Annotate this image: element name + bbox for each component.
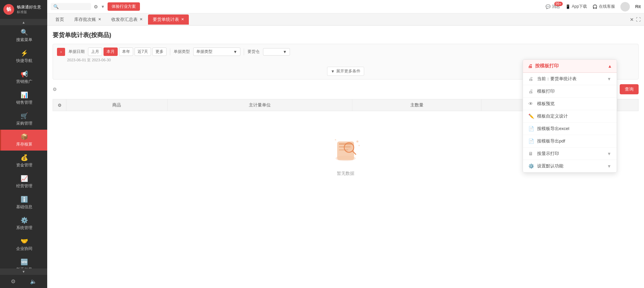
date-btn-更多[interactable]: 更多 [152, 47, 167, 56]
sidebar-item-marketing[interactable]: 📢营销推广 [0, 67, 47, 88]
dropdown-item-template-print[interactable]: 🖨模板打印 [523, 85, 617, 98]
col-2: 主计量单位 [167, 99, 352, 111]
col-3: 主数量 [352, 99, 481, 111]
sidebar-item-finance[interactable]: 💰资金管理 [0, 151, 47, 171]
sidebar-item-sales[interactable]: 📊销售管理 [0, 88, 47, 109]
date-btn-近7天[interactable]: 近7天 [135, 47, 151, 56]
type-placeholder: 单据类型 [196, 49, 212, 55]
close-window-icon[interactable]: ✕ [630, 17, 634, 22]
tab-首页[interactable]: 首页 [51, 14, 69, 25]
app-download-btn[interactable]: 📱 App下载 [565, 4, 587, 9]
sidebar-label-basic: 基础信息 [16, 204, 32, 210]
template-design-label: 模板自定义设计 [537, 113, 568, 119]
tab-库存批次账[interactable]: 库存批次账✕ [69, 14, 106, 25]
sidebar-item-inventory[interactable]: 📦库存核算 [0, 130, 47, 151]
print-dropdown-menu: 🖨 按模板打印 ▲ 🖨 当前：要货单统计表 ▼ 🖨模板打印👁模板预览✏️模板自定… [523, 59, 617, 173]
tab-close-icon[interactable]: ✕ [181, 17, 184, 22]
dropdown-item-export-pdf[interactable]: 📄按模板导出pdf [523, 135, 617, 148]
sidebar-item-collab[interactable]: 🤝企业协同 [0, 234, 47, 255]
purchase-icon: 🛒 [21, 112, 28, 120]
sidebar-label-search: 搜索菜单 [16, 37, 32, 43]
online-service-btn[interactable]: 🎧 在线客服 [592, 4, 615, 9]
svg-point-9 [358, 145, 360, 146]
tab-收发存汇总表[interactable]: 收发存汇总表✕ [107, 14, 147, 25]
filter-divider [170, 49, 170, 55]
maximize-icon[interactable]: ⛶ [636, 17, 641, 22]
search-box[interactable]: 🔍 [51, 3, 91, 10]
tab-label: 收发存汇总表 [111, 17, 138, 23]
tab-要货单统计表[interactable]: 要货单统计表✕ [148, 14, 189, 25]
date-btn-本月[interactable]: 本月 [104, 47, 118, 56]
gear-icon[interactable]: ⚙ [94, 4, 98, 9]
dropdown-item-template-design[interactable]: ✏️模板自定义设计 [523, 110, 617, 123]
expand-btn[interactable]: ▼ 展开更多条件 [327, 67, 364, 76]
dropdown-item-display-print[interactable]: 🖥按显示打印▼ [523, 148, 617, 160]
date-btn-上月[interactable]: 上月 [88, 47, 102, 56]
sidebar-label-finance: 资金管理 [16, 162, 32, 168]
search-input[interactable] [60, 4, 87, 9]
expand-label: 展开更多条件 [336, 68, 360, 74]
sidebar-item-basic[interactable]: ℹ️基础信息 [0, 192, 47, 213]
message-badge: 99+ [554, 2, 563, 6]
current-icon: 🖨 [528, 76, 534, 82]
display-print-arrow: ▼ [607, 151, 611, 156]
basic-icon: ℹ️ [21, 196, 28, 203]
tab-close-icon[interactable]: ✕ [140, 17, 143, 22]
sidebar-item-operation[interactable]: 📈经营管理 [0, 171, 47, 192]
col-0: ⚙ [53, 99, 66, 111]
settings-gear-icon[interactable]: ⚙ [53, 87, 57, 92]
print-icon: 🖨 [528, 63, 532, 69]
empty-text: 暂无数据 [337, 170, 354, 177]
collapse-icon[interactable]: ▲ [608, 64, 612, 69]
export-pdf-label: 按模板导出pdf [537, 138, 565, 144]
sidebar-item-shortcut[interactable]: ⚡快捷导航 [0, 46, 47, 67]
sidebar-scroll-down[interactable]: ▼ [0, 268, 47, 275]
main-area: 🔍 ⚙ ▼ 体验行业方案 💬 消息 99+ 📱 App下载 🎧 在线客服 Rit [47, 0, 644, 288]
empty-illustration [329, 131, 362, 165]
sidebar-item-purchase[interactable]: 🛒采购管理 [0, 109, 47, 130]
filter-toggle[interactable]: › [57, 48, 65, 56]
tab-close-icon[interactable]: ✕ [98, 17, 101, 22]
username-label: Rit [635, 4, 641, 9]
sidebar-item-system[interactable]: ⚙️系统管理 [0, 213, 47, 234]
dropdown-current-item[interactable]: 🖨 当前：要货单统计表 ▼ [523, 73, 617, 85]
default-func-label: 设置默认功能 [537, 163, 563, 169]
sidebar-scroll-up[interactable]: ▲ [0, 19, 47, 25]
type-select[interactable]: 单据类型 ▼ [193, 47, 240, 56]
template-print-label: 模板打印 [537, 88, 555, 94]
dropdown-item-export-excel[interactable]: 📄按模板导出excel [523, 123, 617, 135]
category-select[interactable]: ▼ [263, 48, 290, 56]
filter-divider-2 [244, 49, 244, 55]
date-btn-本年[interactable]: 本年 [119, 47, 133, 56]
avatar[interactable] [620, 2, 630, 11]
guide-icon: 🆕 [21, 258, 28, 266]
sidebar-label-collab: 企业协同 [16, 246, 32, 252]
sidebar-logo: 畅 畅康通好生意 标准版 [0, 0, 47, 19]
dropdown-item-template-preview[interactable]: 👁模板预览 [523, 98, 617, 110]
tab-label: 库存批次账 [74, 17, 96, 23]
sidebar-item-search[interactable]: 🔍搜索菜单 [0, 25, 47, 46]
dropdown-item-default-func[interactable]: ⚙️设置默认功能▼ [523, 160, 617, 172]
sidebar-label-purchase: 采购管理 [16, 121, 32, 126]
page-title: 要货单统计表(按商品) [53, 31, 639, 39]
shortcut-icon: ⚡ [21, 50, 28, 57]
trial-button[interactable]: 体验行业方案 [108, 2, 140, 11]
app-icon: 📱 [565, 4, 570, 9]
sidebar-label-inventory: 库存核算 [16, 141, 32, 147]
logo-sub: 标准版 [17, 10, 41, 14]
dropdown-arrow[interactable]: ▼ [101, 4, 105, 9]
category-label: 要货仓 [247, 49, 260, 55]
settings-col-icon[interactable]: ⚙ [58, 103, 62, 108]
svg-point-10 [335, 139, 336, 140]
filter-row-1: › 单据日期 上月本月本年近7天更多 单据类型 单据类型 ▼ 要货仓 ▼ [57, 47, 634, 56]
current-arrow: ▼ [607, 76, 611, 82]
message-icon: 💬 [546, 4, 551, 9]
settings-icon[interactable]: ⚙ [11, 278, 16, 285]
sidebar-label-shortcut: 快捷导航 [16, 58, 32, 64]
query-btn[interactable]: 查询 [620, 84, 639, 94]
message-btn[interactable]: 💬 消息 99+ [546, 4, 560, 9]
svg-point-6 [346, 144, 352, 151]
topbar-right: 💬 消息 99+ 📱 App下载 🎧 在线客服 Rit [546, 2, 641, 11]
sidebar-item-guide[interactable]: 🆕新手引导 [0, 255, 47, 268]
audio-icon[interactable]: 🔈 [30, 278, 37, 285]
